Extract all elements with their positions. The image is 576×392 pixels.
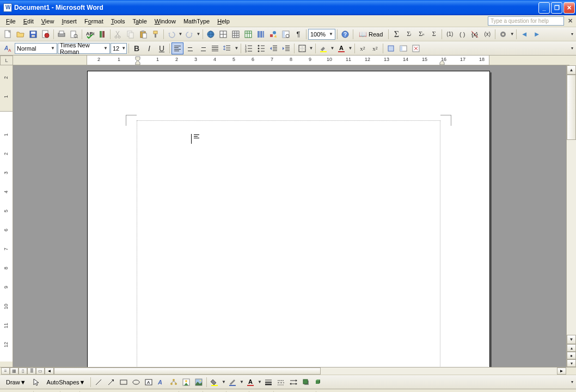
prev-page-button[interactable]: ▴ bbox=[567, 344, 576, 352]
nav-back-button[interactable]: ◄ bbox=[518, 28, 530, 40]
paren-button[interactable]: ( ) bbox=[456, 28, 468, 40]
read-button[interactable]: 📖Read bbox=[355, 28, 387, 40]
sigma-both-button[interactable]: Σ bbox=[428, 28, 440, 40]
borders-button[interactable] bbox=[296, 42, 308, 54]
maximize-button[interactable]: ❐ bbox=[551, 2, 562, 14]
font-color-dropdown[interactable]: ▼ bbox=[348, 46, 353, 51]
horizontal-ruler[interactable]: 2 1 1 2 3 4 5 6 7 8 9 10 11 12 13 14 15 … bbox=[13, 56, 569, 65]
line-spacing-button[interactable] bbox=[222, 42, 234, 54]
math-settings-button[interactable] bbox=[497, 28, 509, 40]
diagram-button[interactable] bbox=[168, 376, 180, 388]
paren-num-button[interactable]: (1) bbox=[444, 28, 456, 40]
increase-indent-button[interactable] bbox=[280, 42, 292, 54]
open-button[interactable] bbox=[15, 28, 27, 40]
draw-menu-button[interactable]: Draw ▼ bbox=[2, 377, 30, 388]
toolbar2-options[interactable]: ▾ bbox=[571, 42, 574, 54]
close-doc-button[interactable]: ✕ bbox=[566, 17, 574, 25]
minimize-button[interactable]: _ bbox=[538, 2, 550, 14]
vertical-scrollbar[interactable]: ▲ ▼ ▴ ● ▾ bbox=[566, 65, 576, 367]
new-doc-button[interactable] bbox=[2, 28, 14, 40]
menu-table[interactable]: Table bbox=[128, 17, 150, 26]
columns-button[interactable] bbox=[255, 28, 267, 40]
menu-mathtype[interactable]: MathType bbox=[180, 17, 213, 26]
line-button[interactable] bbox=[93, 376, 105, 388]
show-formatting-button[interactable]: ¶ bbox=[292, 28, 304, 40]
scroll-left-button[interactable]: ◄ bbox=[45, 367, 54, 375]
textbox-button[interactable]: A bbox=[143, 376, 155, 388]
copy-button[interactable] bbox=[125, 28, 137, 40]
font-color-button[interactable]: A bbox=[335, 42, 347, 54]
horizontal-scrollbar[interactable]: ◄ ► bbox=[45, 367, 566, 375]
extra2-button[interactable] bbox=[397, 42, 409, 54]
nav-forward-button[interactable]: ► bbox=[531, 28, 543, 40]
borders-dropdown[interactable]: ▼ bbox=[309, 46, 314, 51]
redo-button[interactable] bbox=[183, 28, 195, 40]
shadow-button[interactable] bbox=[300, 376, 312, 388]
math-dropdown[interactable]: ▼ bbox=[510, 32, 514, 36]
menu-window[interactable]: Window bbox=[151, 17, 180, 26]
drawing-toolbar-button[interactable] bbox=[267, 28, 279, 40]
font-color2-button[interactable]: A bbox=[244, 376, 256, 388]
bullets-button[interactable] bbox=[255, 42, 267, 54]
menu-format[interactable]: Format bbox=[81, 17, 107, 26]
extra3-button[interactable] bbox=[410, 42, 422, 54]
insert-table-button[interactable] bbox=[230, 28, 242, 40]
reading-view-button[interactable]: ▭ bbox=[36, 367, 45, 375]
numbering-button[interactable]: 123 bbox=[243, 42, 255, 54]
align-justify-button[interactable] bbox=[209, 42, 221, 54]
style-combo[interactable]: Normal▼ bbox=[15, 43, 57, 54]
menu-tools[interactable]: Tools bbox=[107, 17, 129, 26]
save-button[interactable] bbox=[27, 28, 39, 40]
paste-button[interactable] bbox=[137, 28, 149, 40]
scroll-up-button[interactable]: ▲ bbox=[567, 65, 576, 75]
scroll-down-button[interactable]: ▼ bbox=[567, 335, 576, 344]
sigma-sup-button[interactable]: Σn bbox=[415, 28, 427, 40]
fill-color-button[interactable] bbox=[209, 376, 220, 388]
help-search-input[interactable]: Type a question for help bbox=[488, 16, 564, 26]
sigma-button[interactable]: Σ bbox=[390, 28, 402, 40]
menu-edit[interactable]: Edit bbox=[20, 17, 38, 26]
decrease-indent-button[interactable] bbox=[268, 42, 280, 54]
hyperlink-button[interactable] bbox=[205, 28, 217, 40]
doc-map-button[interactable] bbox=[280, 28, 292, 40]
wordart-button[interactable]: A bbox=[155, 376, 167, 388]
line-color-button[interactable] bbox=[226, 376, 238, 388]
outline-view-button[interactable]: ≣ bbox=[27, 367, 36, 375]
parens2-button[interactable]: (x) bbox=[481, 28, 493, 40]
arrow-style-button[interactable] bbox=[287, 376, 299, 388]
vertical-ruler[interactable]: 2 1 1 2 3 4 5 6 7 8 9 10 11 12 bbox=[0, 65, 13, 367]
menu-insert[interactable]: Insert bbox=[58, 17, 81, 26]
draw-toolbar-options[interactable]: ▾ bbox=[571, 376, 574, 388]
font-combo[interactable]: Times New Roman▼ bbox=[58, 43, 110, 54]
help-button[interactable]: ? bbox=[339, 28, 351, 40]
tables-borders-button[interactable] bbox=[217, 28, 229, 40]
brackets-strike-button[interactable]: {x} bbox=[469, 28, 481, 40]
highlight-dropdown[interactable]: ▼ bbox=[330, 46, 335, 51]
superscript-button[interactable]: x2 bbox=[357, 42, 369, 54]
next-page-button[interactable]: ▾ bbox=[567, 359, 576, 367]
insert-excel-button[interactable] bbox=[242, 28, 254, 40]
align-left-button[interactable] bbox=[171, 42, 183, 54]
highlight-button[interactable] bbox=[317, 42, 329, 54]
browse-object-button[interactable]: ● bbox=[567, 352, 576, 359]
clipart-button[interactable] bbox=[180, 376, 192, 388]
sigma-sub-button[interactable]: Σi bbox=[403, 28, 415, 40]
fill-dropdown[interactable]: ▼ bbox=[221, 379, 226, 384]
hscroll-thumb[interactable] bbox=[54, 367, 321, 375]
print-preview-button[interactable] bbox=[68, 28, 80, 40]
autoshapes-button[interactable]: AutoShapes ▼ bbox=[43, 377, 89, 388]
scroll-right-button[interactable]: ► bbox=[557, 367, 566, 375]
page[interactable] bbox=[87, 71, 490, 367]
italic-button[interactable]: I bbox=[143, 42, 155, 54]
select-objects-button[interactable] bbox=[30, 376, 42, 388]
spelling-button[interactable]: ABC bbox=[84, 28, 96, 40]
format-painter-button[interactable] bbox=[150, 28, 162, 40]
zoom-combo[interactable]: 100%▼ bbox=[308, 29, 335, 40]
line-spacing-dropdown[interactable]: ▼ bbox=[234, 46, 239, 51]
document-viewport[interactable] bbox=[13, 65, 566, 367]
print-button[interactable] bbox=[56, 28, 68, 40]
permission-button[interactable] bbox=[40, 28, 52, 40]
toolbar-options[interactable]: ▾ bbox=[571, 28, 574, 40]
undo-button[interactable] bbox=[166, 28, 177, 40]
tab-selector[interactable]: L bbox=[0, 56, 13, 65]
